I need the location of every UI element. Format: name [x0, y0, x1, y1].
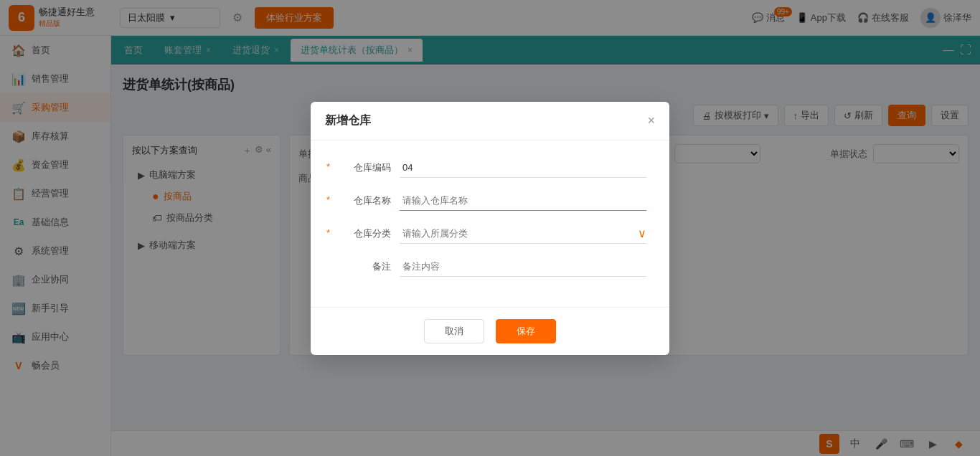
cancel-button[interactable]: 取消 — [424, 319, 484, 343]
remark-label: 备注 — [334, 260, 391, 273]
remark-row: 备注 — [334, 257, 646, 277]
modal-body: 仓库编码 仓库名称 仓库分类 ∨ 备注 — [311, 141, 669, 307]
category-input[interactable] — [400, 224, 638, 243]
category-label: 仓库分类 — [334, 227, 391, 240]
new-warehouse-modal: 新增仓库 × 仓库编码 仓库名称 仓库分类 ∨ — [311, 102, 669, 355]
category-row: 仓库分类 ∨ — [334, 224, 646, 244]
name-row: 仓库名称 — [334, 191, 646, 211]
remark-input[interactable] — [400, 257, 646, 277]
code-input[interactable] — [400, 158, 646, 178]
code-row: 仓库编码 — [334, 158, 646, 178]
name-label: 仓库名称 — [334, 194, 391, 207]
name-input[interactable] — [400, 191, 646, 211]
category-arrow-icon[interactable]: ∨ — [638, 227, 646, 240]
modal-footer: 取消 保存 — [311, 307, 669, 355]
save-button[interactable]: 保存 — [496, 319, 556, 343]
category-select-wrap: ∨ — [400, 224, 646, 244]
modal-title: 新增仓库 — [325, 113, 647, 128]
modal-close-button[interactable]: × — [647, 114, 655, 127]
modal-overlay: 新增仓库 × 仓库编码 仓库名称 仓库分类 ∨ — [0, 0, 980, 456]
code-label: 仓库编码 — [334, 161, 391, 174]
modal-header: 新增仓库 × — [311, 102, 669, 141]
